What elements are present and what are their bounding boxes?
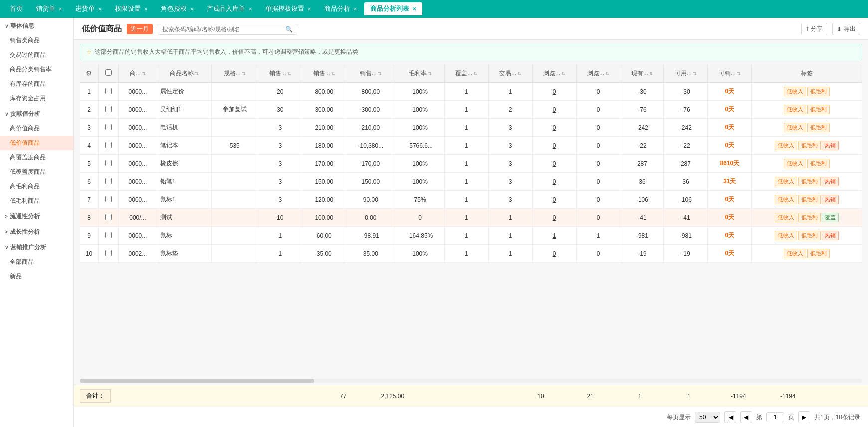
sidebar-item-高覆盖度商品[interactable]: 高覆盖度商品: [0, 150, 73, 165]
days-tag: 0天: [725, 250, 734, 257]
cell-saleable: 31天: [708, 173, 752, 191]
nav-item-单据模板设置[interactable]: 单据模板设置✕: [259, 2, 317, 15]
sidebar-item-高价值商品[interactable]: 高价值商品: [0, 121, 73, 136]
sidebar-item-低价值商品[interactable]: 低价值商品: [0, 136, 73, 150]
cell-no: 10: [80, 245, 99, 263]
sidebar-item-低毛利商品[interactable]: 低毛利商品: [0, 194, 73, 208]
sidebar-item-销售类商品[interactable]: 销售类商品: [0, 33, 73, 48]
page-size-select[interactable]: 50 100 200: [695, 412, 720, 423]
views1-link[interactable]: 0: [553, 106, 556, 113]
sidebar-group-营销推广分析[interactable]: ∨营销推广分析: [0, 239, 73, 255]
tag-label: 低毛利: [798, 195, 821, 204]
col-spec-sort[interactable]: 规格...⇅: [224, 69, 246, 78]
row-checkbox[interactable]: [105, 106, 112, 112]
nav-close-产成品入库单[interactable]: ✕: [248, 6, 252, 12]
views1-link[interactable]: 0: [553, 250, 556, 257]
nav-item-商品分析列表[interactable]: 商品分析列表✕: [364, 2, 422, 15]
col-coverage-sort[interactable]: 覆盖...⇅: [455, 69, 477, 78]
row-checkbox[interactable]: [105, 196, 112, 202]
col-avail-sort[interactable]: 可用...⇅: [675, 69, 697, 78]
sidebar-item-商品分类销售率[interactable]: 商品分类销售率: [0, 62, 73, 77]
sidebar-group-流通性分析[interactable]: >流通性分析: [0, 208, 73, 224]
col-name-sort[interactable]: 商品名称⇅: [170, 69, 199, 78]
nav-item-销货单[interactable]: 销货单✕: [30, 2, 68, 15]
cell-sales-avg: 90.00: [346, 191, 395, 209]
views1-link[interactable]: 0: [553, 178, 556, 185]
cell-no: 7: [80, 191, 99, 209]
col-margin-sort[interactable]: 毛利率⇅: [409, 69, 432, 78]
cell-checkbox: [99, 155, 119, 173]
search-icon[interactable]: 🔍: [285, 26, 293, 33]
nav-close-进货单[interactable]: ✕: [98, 6, 102, 12]
search-input[interactable]: [162, 26, 285, 33]
nav-close-角色授权[interactable]: ✕: [190, 6, 194, 12]
share-button[interactable]: ⤴ 分享: [801, 23, 827, 35]
col-salesqty-sort[interactable]: 销售...⇅: [269, 69, 291, 78]
sidebar-item-交易过的商品[interactable]: 交易过的商品: [0, 48, 73, 62]
nav-item-权限设置[interactable]: 权限设置✕: [109, 2, 154, 15]
nav-item-产成品入库单[interactable]: 产成品入库单✕: [201, 2, 258, 15]
col-views2-sort[interactable]: 浏览...⇅: [587, 69, 609, 78]
nav-close-商品分析列表[interactable]: ✕: [412, 6, 416, 12]
select-all-checkbox[interactable]: [105, 69, 112, 76]
row-checkbox[interactable]: [105, 250, 112, 256]
cell-sales-amount: 150.00: [302, 173, 346, 191]
summary-sales-qty: 77: [318, 391, 368, 402]
col-saleable-sort[interactable]: 可销...⇅: [719, 69, 741, 78]
views1-link[interactable]: 0: [553, 88, 556, 95]
col-salesavg-sort[interactable]: 销售...⇅: [360, 69, 382, 78]
period-tag-button[interactable]: 近一月: [127, 24, 153, 34]
row-checkbox[interactable]: [105, 232, 112, 238]
col-stock-sort[interactable]: 现有...⇅: [631, 69, 653, 78]
col-views1-sort[interactable]: 浏览...⇅: [543, 69, 565, 78]
row-checkbox[interactable]: [105, 142, 112, 148]
sidebar-item-新品[interactable]: 新品: [0, 269, 73, 284]
export-button[interactable]: ⬇ 导出: [832, 23, 860, 35]
views1-link[interactable]: 0: [553, 160, 556, 167]
nav-close-权限设置[interactable]: ✕: [144, 6, 148, 12]
cell-coverage: 1: [444, 245, 488, 263]
nav-close-商品分析[interactable]: ✕: [353, 6, 357, 12]
views1-link[interactable]: 0: [553, 142, 556, 149]
nav-close-销货单[interactable]: ✕: [58, 6, 62, 12]
views1-link[interactable]: 1: [553, 232, 556, 239]
scroll-thumb[interactable]: [80, 379, 314, 383]
row-checkbox[interactable]: [105, 160, 112, 166]
summary-row: 77 2,125.00 10 21 1 1 -1194 -1194: [121, 391, 862, 402]
row-checkbox[interactable]: [105, 88, 112, 94]
col-trans-sort[interactable]: 交易...⇅: [499, 69, 521, 78]
views1-link[interactable]: 0: [553, 124, 556, 131]
col-salesamt-sort[interactable]: 销售...⇅: [313, 69, 335, 78]
sidebar-item-有库存的商品[interactable]: 有库存的商品: [0, 77, 73, 91]
page-number-input[interactable]: [766, 412, 784, 422]
cell-code: 0002...: [119, 245, 157, 263]
nav-item-角色授权[interactable]: 角色授权✕: [155, 2, 200, 15]
nav-item-首页[interactable]: 首页: [4, 2, 29, 15]
views1-link[interactable]: 0: [553, 214, 556, 221]
prev-page-button[interactable]: ◀: [740, 411, 752, 423]
next-page-button[interactable]: ▶: [798, 411, 810, 423]
sidebar-item-库存资金占用[interactable]: 库存资金占用: [0, 91, 73, 106]
first-page-button[interactable]: |◀: [724, 411, 736, 423]
top-navigation: 首页销货单✕进货单✕权限设置✕角色授权✕产成品入库单✕单据模板设置✕商品分析✕商…: [0, 0, 868, 18]
horizontal-scrollbar[interactable]: [80, 379, 862, 383]
sidebar-group-贡献值分析[interactable]: ∨贡献值分析: [0, 106, 73, 121]
notice-text: 这部分商品的销售收入大幅低于商品平均销售收入，价值不高，可考虑调整营销策略，或是…: [95, 48, 358, 56]
views1-link[interactable]: 0: [553, 196, 556, 203]
sidebar-group-整体信息[interactable]: ∨整体信息: [0, 18, 73, 33]
sidebar-item-高毛利商品[interactable]: 高毛利商品: [0, 179, 73, 194]
row-checkbox[interactable]: [105, 178, 112, 184]
col-transactions: 交易...⇅: [488, 64, 532, 83]
row-checkbox[interactable]: [105, 214, 112, 220]
sidebar-item-全部商品[interactable]: 全部商品: [0, 255, 73, 269]
cell-saleable: 0天: [708, 209, 752, 227]
col-code-sort[interactable]: 商...⇅: [130, 69, 146, 78]
sidebar-group-成长性分析[interactable]: >成长性分析: [0, 224, 73, 239]
nav-item-商品分析[interactable]: 商品分析✕: [318, 2, 363, 15]
sidebar-item-低覆盖度商品[interactable]: 低覆盖度商品: [0, 165, 73, 179]
nav-close-单据模板设置[interactable]: ✕: [307, 6, 311, 12]
settings-icon-button[interactable]: ⚙: [83, 68, 95, 78]
nav-item-进货单[interactable]: 进货单✕: [69, 2, 108, 15]
col-settings[interactable]: ⚙: [80, 64, 99, 83]
row-checkbox[interactable]: [105, 124, 112, 130]
